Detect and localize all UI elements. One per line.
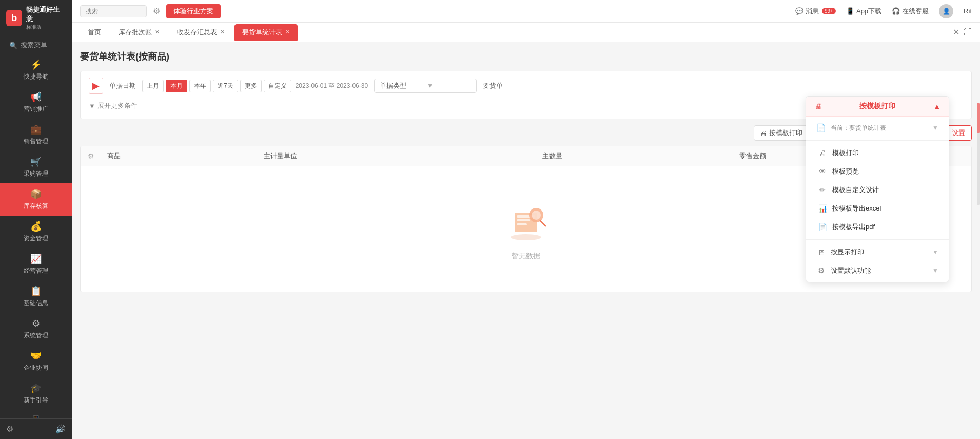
- dropdown-default-settings[interactable]: ⚙ 设置默认功能 ▼: [806, 261, 949, 280]
- svg-line-7: [540, 221, 545, 226]
- printer-header-icon: 🖨: [814, 102, 821, 110]
- tab-close-window-icon[interactable]: ✕: [953, 27, 959, 37]
- sound-footer-icon[interactable]: 🔊: [55, 424, 66, 434]
- tab-order-stats[interactable]: 要货单统计表 ✕: [234, 24, 298, 41]
- dropdown-title: 按模板打印: [859, 102, 895, 111]
- tab-close-order-stats[interactable]: ✕: [285, 29, 290, 35]
- date-btn-last-month[interactable]: 上月: [142, 80, 164, 92]
- dropdown-bottom-section: 🖥 按显示打印 ▼ ⚙ 设置默认功能 ▼: [806, 241, 949, 282]
- page-content: 要货单统计表(按商品) ▶ 单据日期 上月 本月 本年 近7天 更多 自定义 2…: [72, 42, 980, 439]
- print-dropdown-menu: 🖨 按模板打印 ▲ 📄 当前：要货单统计表 ▼ 🖨 模板打印 👁: [806, 96, 949, 282]
- filter-row-1: ▶ 单据日期 上月 本月 本年 近7天 更多 自定义 2023-06-01 至 …: [89, 78, 963, 94]
- tab-inventory-batch[interactable]: 库存批次账 ✕: [111, 24, 167, 41]
- sidebar-item-system[interactable]: ⚙ 系统管理: [0, 313, 72, 345]
- topbar: ⚙ 体验行业方案 💬 消息 99+ 📱 App下载 🎧 在线客服 👤 Rit: [72, 0, 980, 23]
- order-type-select[interactable]: 单据类型 ▼: [374, 79, 477, 93]
- online-service-item[interactable]: 🎧 在线客服: [892, 7, 929, 16]
- order-type-arrow-icon: ▼: [427, 82, 471, 89]
- sidebar-item-management[interactable]: 📈 经营管理: [0, 248, 72, 280]
- printer-icon: 🖨: [760, 129, 767, 137]
- tab-close-inventory-batch[interactable]: ✕: [155, 29, 160, 35]
- trial-industry-button[interactable]: 体验行业方案: [166, 4, 221, 18]
- default-settings-arrow: ▼: [932, 267, 938, 274]
- sidebar-item-sales[interactable]: 💼 销售管理: [0, 119, 72, 151]
- current-template-label: 当前：要货单统计表: [831, 124, 927, 132]
- app-download-item[interactable]: 📱 App下载: [846, 7, 881, 16]
- dropdown-collapse-icon[interactable]: ▲: [933, 102, 940, 110]
- dropdown-template-print[interactable]: 🖨 模板打印: [806, 144, 949, 162]
- filter-expand-toggle[interactable]: ▶: [89, 78, 103, 94]
- dropdown-template-design[interactable]: ✏ 模板自定义设计: [806, 181, 949, 199]
- topbar-search-input[interactable]: [80, 5, 147, 17]
- tab-home[interactable]: 首页: [80, 24, 109, 41]
- col-qty: 主数量: [536, 146, 733, 166]
- sidebar-item-quicknav[interactable]: ⚡ 快捷导航: [0, 54, 72, 86]
- date-btn-this-year[interactable]: 本年: [189, 80, 211, 92]
- divider-2: [806, 239, 949, 240]
- template-preview-icon: 👁: [818, 167, 827, 176]
- date-filter-label: 单据日期: [109, 81, 136, 90]
- template-pdf-label: 按模板导出pdf: [832, 222, 875, 232]
- sidebar-item-newguide[interactable]: 🎓 新手引导: [0, 377, 72, 410]
- tab-close-receipt-summary[interactable]: ✕: [220, 29, 225, 35]
- right-scrollbar-thumb[interactable]: [977, 103, 980, 133]
- dropdown-template-excel[interactable]: 📊 按模板导出excel: [806, 199, 949, 218]
- template-excel-icon: 📊: [818, 204, 827, 213]
- template-pdf-icon: 📄: [818, 223, 827, 231]
- tab-fullscreen-icon[interactable]: ⛶: [964, 28, 972, 37]
- sales-label: 销售管理: [24, 137, 48, 146]
- search-menu-label: 搜索菜单: [21, 41, 47, 50]
- tab-receipt-summary[interactable]: 收发存汇总表 ✕: [169, 24, 232, 41]
- sidebar: b 畅捷通好生意 标准版 🔍 搜索菜单 ⚡ 快捷导航 📢 营销推广 💼 销售管理…: [0, 0, 72, 439]
- template-design-icon: ✏: [818, 186, 827, 194]
- search-icon: 🔍: [9, 42, 17, 49]
- settings-footer-icon[interactable]: ⚙: [6, 424, 13, 434]
- newguide-icon: 🎓: [30, 383, 42, 394]
- online-service-label: 在线客服: [902, 7, 929, 16]
- col-goods: 商品: [101, 146, 258, 166]
- sidebar-footer: ⚙ 🔊: [0, 418, 72, 439]
- topbar-gear-icon[interactable]: ⚙: [153, 6, 160, 16]
- print-template-label: 按模板打印: [769, 128, 802, 138]
- user-avatar[interactable]: 👤: [939, 4, 953, 18]
- search-menu[interactable]: 🔍 搜索菜单: [0, 36, 72, 54]
- marketing-label: 营销推广: [24, 105, 48, 113]
- sidebar-item-basicinfo[interactable]: 📋 基础信息: [0, 280, 72, 313]
- divider-1: [806, 140, 949, 141]
- empty-text: 暂无数据: [512, 252, 540, 261]
- template-print-icon: 🖨: [818, 149, 827, 157]
- goods-filter-label: 要货单: [483, 81, 503, 90]
- table-gear-icon[interactable]: ⚙: [88, 152, 94, 160]
- purchase-icon: 🛒: [30, 156, 42, 167]
- svg-rect-4: [517, 223, 527, 225]
- dropdown-display-print[interactable]: 🖥 按显示打印 ▼: [806, 243, 949, 261]
- dropdown-template-preview[interactable]: 👁 模板预览: [806, 162, 949, 181]
- sidebar-item-appcenter[interactable]: 📱 应用中心: [0, 410, 72, 418]
- basicinfo-icon: 📋: [30, 285, 42, 297]
- dropdown-template-pdf[interactable]: 📄 按模板导出pdf: [806, 218, 949, 236]
- sidebar-item-purchase[interactable]: 🛒 采购管理: [0, 151, 72, 183]
- template-design-label: 模板自定义设计: [832, 185, 879, 195]
- sidebar-item-finance[interactable]: 💰 资金管理: [0, 216, 72, 248]
- sidebar-item-inventory[interactable]: 📦 库存核算: [0, 183, 72, 216]
- template-print-label: 模板打印: [832, 148, 859, 158]
- date-range-text: 2023-06-01 至 2023-06-30: [296, 82, 368, 90]
- system-icon: ⚙: [32, 318, 40, 329]
- date-btn-7days[interactable]: 近7天: [213, 80, 238, 92]
- sidebar-item-marketing[interactable]: 📢 营销推广: [0, 86, 72, 119]
- date-btn-more[interactable]: 更多: [240, 80, 262, 92]
- sales-icon: 💼: [30, 124, 42, 135]
- inventory-icon: 📦: [30, 188, 42, 200]
- page-title: 要货单统计表(按商品): [80, 50, 972, 63]
- default-settings-icon: ⚙: [816, 266, 826, 275]
- topbar-right: 💬 消息 99+ 📱 App下载 🎧 在线客服 👤 Rit: [795, 4, 972, 18]
- message-item[interactable]: 💬 消息 99+: [795, 7, 836, 16]
- inventory-label: 库存核算: [24, 202, 48, 211]
- date-btn-this-month[interactable]: 本月: [166, 80, 187, 92]
- quicknav-icon: ⚡: [30, 59, 42, 70]
- sidebar-item-collab[interactable]: 🤝 企业协同: [0, 345, 72, 377]
- username-label: Rit: [964, 7, 972, 15]
- dropdown-current-template[interactable]: 📄 当前：要货单统计表 ▼: [806, 119, 949, 137]
- date-btn-custom[interactable]: 自定义: [264, 80, 291, 92]
- svg-point-0: [511, 234, 541, 240]
